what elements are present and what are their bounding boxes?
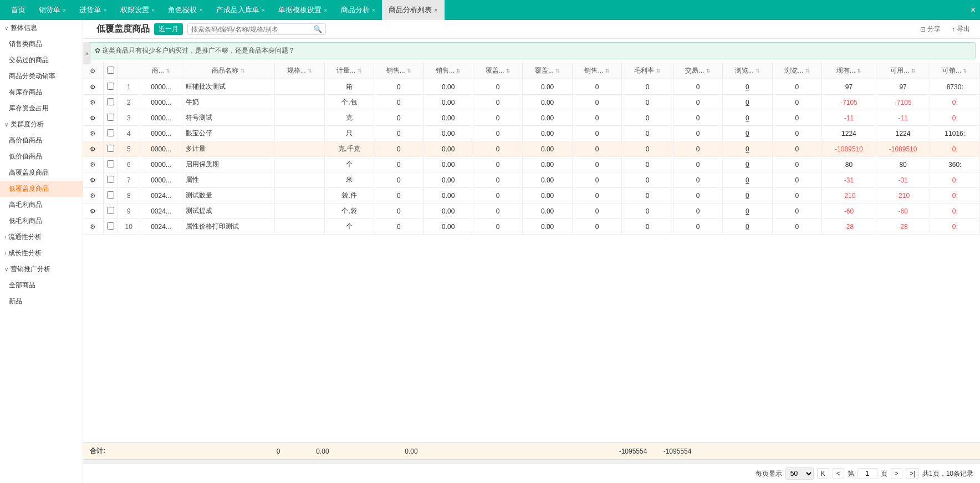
sidebar-item-traded-goods[interactable]: 交易过的商品 [0, 52, 83, 68]
row-checkbox[interactable] [107, 129, 114, 136]
horizontal-scrollbar[interactable] [83, 459, 980, 464]
nav-item-template[interactable]: 单据模板设置 × [272, 0, 334, 20]
settings-cell[interactable]: ⚙ [83, 157, 103, 172]
browse1-cell[interactable]: 0 [723, 141, 772, 157]
settings-cell[interactable]: ⚙ [83, 79, 103, 95]
sidebar-section-cluster[interactable]: ∨ 类群度分析 [0, 116, 83, 133]
sidebar-section-growth[interactable]: › 成长性分析 [0, 245, 83, 261]
browse1-cell[interactable]: 0 [723, 110, 772, 126]
settings-cell[interactable]: ⚙ [83, 126, 103, 141]
col-cover2[interactable]: 覆盖... ⇅ [523, 63, 572, 79]
col-available[interactable]: 可用... ⇅ [876, 63, 930, 79]
close-icon[interactable]: × [151, 7, 155, 13]
col-trade[interactable]: 交易... ⇅ [673, 63, 722, 79]
table-container[interactable]: ⚙ 商... ⇅ 商品名称 ⇅ 规格... ⇅ 计量... ⇅ 销售... ⇅ … [83, 63, 980, 442]
browse1-cell[interactable]: 0 [723, 79, 772, 95]
col-sales3[interactable]: 销售... ⇅ [572, 63, 621, 79]
checkbox-cell[interactable] [103, 204, 118, 219]
search-icon[interactable]: 🔍 [313, 25, 322, 33]
checkbox-cell[interactable] [103, 157, 118, 172]
close-icon[interactable]: × [63, 7, 66, 13]
last-page-button[interactable]: >| [906, 468, 919, 479]
sidebar-item-all-goods[interactable]: 全部商品 [0, 277, 83, 293]
close-icon[interactable]: × [372, 7, 375, 13]
col-browse1[interactable]: 浏览... ⇅ [723, 63, 772, 79]
sidebar-item-category-rate[interactable]: 商品分类动销率 [0, 68, 83, 84]
col-code[interactable]: 商... ⇅ [140, 63, 182, 79]
row-checkbox[interactable] [107, 145, 114, 152]
checkbox-cell[interactable] [103, 110, 118, 126]
browse1-cell[interactable]: 0 [723, 157, 772, 172]
nav-item-goods-analysis-list[interactable]: 商品分析列表 × [382, 0, 444, 20]
sidebar-item-sales-goods[interactable]: 销售类商品 [0, 36, 83, 52]
search-input[interactable] [191, 26, 313, 33]
browse1-cell[interactable]: 0 [723, 172, 772, 188]
select-all-checkbox[interactable] [107, 67, 114, 74]
sidebar-item-capital-usage[interactable]: 库存资金占用 [0, 100, 83, 116]
window-close-button[interactable]: × [971, 5, 976, 15]
row-checkbox[interactable] [107, 160, 114, 167]
checkbox-column-header[interactable] [103, 63, 118, 79]
page-number-input[interactable] [858, 468, 877, 479]
settings-cell[interactable]: ⚙ [83, 188, 103, 204]
nav-item-role[interactable]: 角色授权 × [161, 0, 209, 20]
browse1-cell[interactable]: 0 [723, 188, 772, 204]
settings-cell[interactable]: ⚙ [83, 204, 103, 219]
settings-cell[interactable]: ⚙ [83, 95, 103, 110]
first-page-button[interactable]: K [817, 468, 829, 479]
row-checkbox[interactable] [107, 114, 114, 121]
prev-page-button[interactable]: < [833, 468, 844, 479]
browse1-cell[interactable]: 0 [723, 204, 772, 219]
col-saleable[interactable]: 可销... ⇅ [930, 63, 980, 79]
sidebar-item-high-value[interactable]: 高价值商品 [0, 133, 83, 149]
time-filter-button[interactable]: 近一月 [154, 23, 183, 35]
col-name[interactable]: 商品名称 ⇅ [182, 63, 275, 79]
close-icon[interactable]: × [262, 7, 265, 13]
browse1-cell[interactable]: 0 [723, 126, 772, 141]
col-browse2[interactable]: 浏览... ⇅ [772, 63, 821, 79]
nav-item-goods-analysis[interactable]: 商品分析 × [334, 0, 382, 20]
settings-cell[interactable]: ⚙ [83, 219, 103, 235]
row-checkbox[interactable] [107, 176, 114, 183]
sidebar-item-low-coverage[interactable]: 低覆盖度商品 [0, 181, 83, 197]
browse1-cell[interactable]: 0 [723, 95, 772, 110]
col-sales-qty[interactable]: 销售... ⇅ [374, 63, 423, 79]
sidebar-section-overall[interactable]: ∨ 整体信息 [0, 20, 83, 36]
sidebar-item-high-margin[interactable]: 高毛利商品 [0, 197, 83, 213]
sidebar-item-inventory-goods[interactable]: 有库存商品 [0, 84, 83, 100]
nav-item-home[interactable]: 首页 [4, 0, 32, 20]
sidebar-section-circulation[interactable]: › 流通性分析 [0, 229, 83, 245]
row-checkbox[interactable] [107, 207, 114, 214]
col-cover1[interactable]: 覆盖... ⇅ [473, 63, 522, 79]
browse1-cell[interactable]: 0 [723, 219, 772, 235]
checkbox-cell[interactable] [103, 172, 118, 188]
close-icon[interactable]: × [324, 7, 327, 13]
checkbox-cell[interactable] [103, 95, 118, 110]
col-gross-rate[interactable]: 毛利率 ⇅ [622, 63, 673, 79]
row-checkbox[interactable] [107, 222, 114, 230]
per-page-select[interactable]: 50 10 20 100 [785, 467, 814, 480]
next-page-button[interactable]: > [891, 468, 902, 479]
col-unit[interactable]: 计量... ⇅ [324, 63, 374, 79]
nav-item-permission[interactable]: 权限设置 × [114, 0, 161, 20]
nav-item-product-warehouse[interactable]: 产成品入库单 × [210, 0, 272, 20]
sidebar-item-low-margin[interactable]: 低毛利商品 [0, 213, 83, 229]
checkbox-cell[interactable] [103, 219, 118, 235]
sidebar-item-low-value[interactable]: 低价值商品 [0, 149, 83, 165]
row-checkbox[interactable] [107, 191, 114, 199]
checkbox-cell[interactable] [103, 141, 118, 157]
sidebar-collapse-button[interactable]: « [83, 42, 91, 64]
checkbox-cell[interactable] [103, 126, 118, 141]
settings-column-header[interactable]: ⚙ [83, 63, 103, 79]
nav-item-purchase[interactable]: 进货单 × [73, 0, 113, 20]
sidebar-item-high-coverage[interactable]: 高覆盖度商品 [0, 165, 83, 181]
row-checkbox[interactable] [107, 98, 114, 105]
close-icon[interactable]: × [434, 7, 437, 13]
close-icon[interactable]: × [199, 7, 202, 13]
close-icon[interactable]: × [103, 7, 106, 13]
col-current[interactable]: 现有... ⇅ [822, 63, 876, 79]
nav-item-sales[interactable]: 销货单 × [32, 0, 73, 20]
sidebar-section-marketing[interactable]: ∨ 营销推广分析 [0, 261, 83, 277]
share-button[interactable]: ⊡ 分享 [917, 23, 944, 35]
checkbox-cell[interactable] [103, 79, 118, 95]
